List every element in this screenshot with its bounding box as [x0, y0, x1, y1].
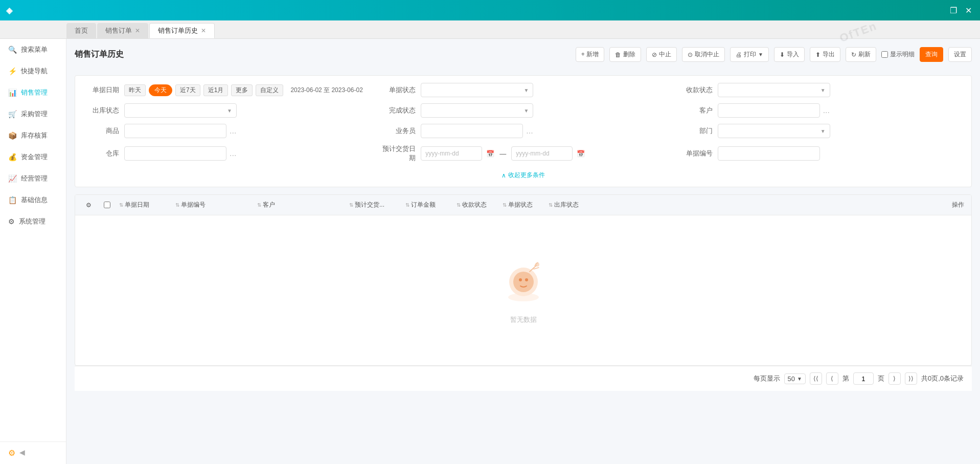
- tab-sales-history[interactable]: 销售订单历史 ✕: [149, 23, 215, 38]
- date-btn-1month[interactable]: 近1月: [203, 84, 229, 96]
- salesperson-input[interactable]: [421, 124, 523, 138]
- th-amount[interactable]: ⇅ 订单金额: [402, 196, 453, 213]
- out-status-select[interactable]: ▼: [124, 103, 237, 118]
- new-button[interactable]: + 新增: [576, 47, 604, 62]
- page-last-btn[interactable]: ⟩⟩: [905, 372, 917, 385]
- print-dropdown-icon: ▼: [758, 52, 763, 57]
- basic-icon: 📋: [8, 196, 17, 204]
- page-title: 销售订单历史: [75, 49, 124, 60]
- main-layout: 🔍 搜索菜单 ⚡ 快捷导航 📊 销售管理 🛒 采购管理 📦 库存核算 💰 资金管…: [0, 39, 980, 464]
- page-next-btn[interactable]: ⟩: [888, 372, 901, 385]
- date-btn-today[interactable]: 今天: [149, 84, 172, 96]
- order-status-select[interactable]: ▼: [421, 83, 533, 97]
- collapse-label: 收起更多条件: [508, 171, 545, 180]
- sidebar-item-inventory-label: 库存核算: [21, 131, 48, 140]
- stop-button[interactable]: ⊘ 中止: [646, 47, 677, 62]
- sidebar-item-finance[interactable]: 💰 资金管理: [0, 146, 66, 168]
- th-amount-label: 订单金额: [411, 201, 436, 209]
- product-input[interactable]: [124, 124, 226, 138]
- cancel-stop-button-label: 取消中止: [695, 50, 719, 59]
- display-cols-checkbox[interactable]: [881, 51, 888, 58]
- th-pay-status-sort: ⇅: [457, 202, 461, 208]
- date-control: 昨天 今天 近7天 近1月 更多 自定义 2023-06-02 至 2023-0…: [124, 84, 370, 96]
- print-icon: 🖨: [736, 51, 742, 58]
- delete-button-label: 删除: [623, 50, 635, 59]
- sidebar-item-system[interactable]: ⚙ 系统管理: [0, 211, 66, 232]
- cancel-stop-button[interactable]: ⊙ 取消中止: [682, 47, 725, 62]
- product-dots[interactable]: ...: [230, 126, 236, 136]
- settings-bottom-icon[interactable]: ⚙: [8, 448, 15, 458]
- delivery-date-end-cal[interactable]: 📅: [577, 150, 585, 158]
- dept-select[interactable]: ▼: [718, 124, 830, 138]
- system-icon: ⚙: [8, 217, 15, 226]
- warehouse-label: 仓库: [83, 149, 124, 158]
- th-delivery-label: 预计交货...: [355, 201, 384, 209]
- th-pay-status[interactable]: ⇅ 收款状态: [453, 196, 499, 213]
- sidebar-item-purchase[interactable]: 🛒 采购管理: [0, 103, 66, 125]
- date-btn-7days[interactable]: 近7天: [175, 84, 200, 96]
- sidebar-item-search[interactable]: 🔍 搜索菜单: [0, 39, 66, 60]
- sidebar-item-quick-nav[interactable]: ⚡ 快捷导航: [0, 60, 66, 82]
- complete-status-select[interactable]: ▼: [421, 103, 533, 118]
- refresh-button[interactable]: ↻ 刷新: [846, 47, 876, 62]
- th-settings[interactable]: ⚙: [79, 197, 98, 213]
- close-icon[interactable]: ✕: [963, 4, 974, 17]
- warehouse-dots[interactable]: ...: [230, 149, 236, 158]
- page-number-input[interactable]: [853, 372, 874, 385]
- tab-sales-order[interactable]: 销售订单 ✕: [97, 23, 148, 38]
- order-status-control: ▼: [421, 83, 666, 97]
- delivery-date-start-cal[interactable]: 📅: [486, 150, 494, 158]
- order-num-input[interactable]: [718, 146, 820, 161]
- page-unit: 页: [878, 374, 884, 383]
- tab-sales-history-close[interactable]: ✕: [201, 27, 206, 34]
- page-first-btn[interactable]: ⟨⟨: [810, 372, 822, 385]
- th-order-status[interactable]: ⇅ 单据状态: [499, 196, 545, 213]
- pay-status-select[interactable]: ▼: [718, 83, 830, 97]
- warehouse-input[interactable]: [124, 146, 226, 161]
- th-customer[interactable]: ⇅ 客户: [254, 196, 346, 213]
- display-cols-control[interactable]: 显示明细: [881, 50, 915, 59]
- th-checkbox[interactable]: [98, 197, 116, 212]
- date-btn-more[interactable]: 更多: [231, 84, 253, 96]
- print-button[interactable]: 🖨 打印 ▼: [730, 47, 769, 62]
- purchase-icon: 🛒: [8, 110, 17, 118]
- empty-illustration: [498, 256, 549, 309]
- salesperson-dots[interactable]: ...: [526, 126, 533, 136]
- settings-button[interactable]: 设置: [948, 47, 972, 62]
- sidebar-item-inventory[interactable]: 📦 库存核算: [0, 125, 66, 146]
- collapse-button[interactable]: ∧ 收起更多条件: [502, 171, 545, 180]
- sales-icon: 📊: [8, 89, 17, 97]
- import-icon: ⬇: [780, 51, 785, 58]
- delivery-date-end[interactable]: yyyy-mm-dd: [511, 146, 573, 161]
- page-prev-btn[interactable]: ⟨: [826, 372, 838, 385]
- select-all-checkbox[interactable]: [104, 202, 110, 208]
- tab-sales-order-close[interactable]: ✕: [135, 27, 140, 34]
- sidebar-item-sales[interactable]: 📊 销售管理: [0, 82, 66, 103]
- delivery-date-start[interactable]: yyyy-mm-dd: [421, 146, 482, 161]
- th-num-label: 单据编号: [181, 201, 206, 209]
- import-button[interactable]: ⬇ 导入: [774, 47, 805, 62]
- th-order-status-sort: ⇅: [503, 202, 507, 208]
- restore-icon[interactable]: ❐: [948, 4, 959, 17]
- customer-input[interactable]: [718, 103, 820, 118]
- delete-button[interactable]: 🗑 删除: [609, 47, 641, 62]
- collapse-sidebar-icon[interactable]: ◀: [19, 448, 25, 458]
- delivery-date-end-placeholder: yyyy-mm-dd: [516, 150, 549, 157]
- th-delivery[interactable]: ⇅ 预计交货...: [346, 196, 402, 213]
- query-button[interactable]: 查询: [920, 47, 943, 62]
- pay-status-arrow: ▼: [821, 87, 826, 93]
- top-bar: ◈ ❐ ✕: [0, 0, 980, 20]
- page-size-select[interactable]: 50 ▼: [784, 373, 806, 384]
- date-btn-yesterday[interactable]: 昨天: [124, 84, 146, 96]
- sidebar-item-basic[interactable]: 📋 基础信息: [0, 189, 66, 211]
- sidebar-item-operation[interactable]: 📈 经营管理: [0, 168, 66, 189]
- tab-home[interactable]: 首页: [66, 23, 96, 38]
- th-date[interactable]: ⇅ 单据日期: [116, 196, 172, 213]
- th-num[interactable]: ⇅ 单据编号: [172, 196, 254, 213]
- customer-dots[interactable]: ...: [823, 106, 830, 115]
- date-btn-custom[interactable]: 自定义: [256, 84, 283, 96]
- operation-icon: 📈: [8, 174, 17, 183]
- th-out-status[interactable]: ⇅ 出库状态: [545, 196, 591, 213]
- window-controls: ❐ ✕: [948, 4, 974, 17]
- export-button[interactable]: ⬆ 导出: [810, 47, 840, 62]
